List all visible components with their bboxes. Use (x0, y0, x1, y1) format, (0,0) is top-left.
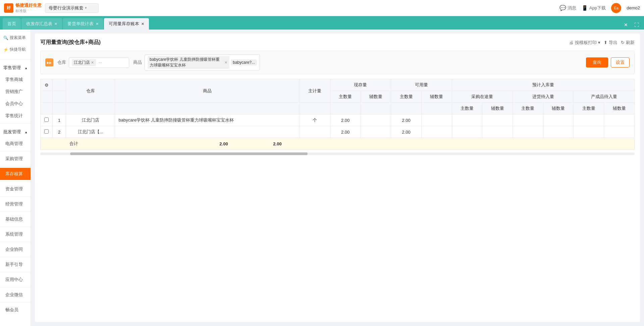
table-row: 2 江北门店【... 2.00 2.00 (41, 126, 635, 138)
top-bar-right: 💬 消息 📱 App下载 Ea demo2 (559, 3, 640, 13)
export-icon: ⬆ (604, 40, 607, 45)
nav-icon: ⚡ (3, 47, 8, 52)
top-bar-left: 好 畅捷通好生意 标准版 母婴行业演示账套 ▾ (4, 2, 99, 13)
sidebar-top: 🔍 搜索菜单 ⚡ 快捷导航 (0, 30, 31, 58)
cell-purchase-aux (482, 126, 513, 138)
sidebar-divider-5 (0, 181, 31, 182)
tab-close-icon[interactable]: ✕ (141, 22, 144, 26)
product-tag-2: babycare?... (231, 59, 257, 65)
app-download-button[interactable]: 📱 App下载 (582, 5, 606, 11)
sidebar-item-retail-stats[interactable]: 零售统计 (0, 110, 31, 122)
sidebar-item-basics[interactable]: 基础信息 (0, 213, 31, 225)
filter-actions: 查询 设置 (586, 57, 630, 67)
cell-index: 1 (53, 114, 66, 126)
refresh-button[interactable]: ↻ 刷新 (621, 40, 635, 46)
sidebar-item-marketing[interactable]: 营销推广 (0, 86, 31, 98)
sidebar-item-member[interactable]: 畅会员 (0, 304, 31, 316)
query-button[interactable]: 查询 (586, 57, 608, 67)
sidebar-item-retail-mall[interactable]: 零售商城 (0, 74, 31, 86)
logo-text: 畅捷通好生意 标准版 (15, 2, 42, 13)
th-empty-3 (66, 103, 115, 114)
product-filter-input[interactable]: babycare学饮杯 儿童防摔防撞吸管杯重力球吸嘴杯宝宝水杯 ✕ babyca… (145, 54, 260, 71)
th-incoming-group: 进货待入量 (513, 91, 574, 103)
th-empty-8 (391, 103, 422, 114)
th-settings[interactable]: ⚙ (41, 79, 53, 91)
tab-receive-summary[interactable]: 收发存汇总表 ✕ (21, 18, 62, 30)
sidebar-item-newbie[interactable]: 新手引导 (0, 259, 31, 271)
print-chevron-icon: ▾ (598, 40, 600, 45)
message-icon: 💬 (559, 5, 566, 11)
tab-home[interactable]: 首页 (3, 18, 21, 30)
cell-checkbox[interactable] (41, 126, 53, 138)
sidebar-item-finance[interactable]: 资金管理 (0, 183, 31, 195)
user-avatar[interactable]: Ea (611, 3, 621, 13)
nav-tabs: 首页 收发存汇总表 ✕ 要货单统计表 ✕ 可用量库存账本 ✕ ✕ ⛶ (0, 16, 644, 30)
th-empty-1 (41, 103, 53, 114)
th-stock-main: 主数量 (330, 91, 361, 103)
setting-button[interactable]: 设置 (611, 57, 630, 67)
warehouse-filter-label: 仓库 (57, 59, 66, 65)
sidebar-item-system[interactable]: 系统管理 (0, 228, 31, 240)
expand-tabs-button[interactable]: ⛶ (632, 20, 641, 30)
logo-icon: 好 (4, 3, 13, 13)
cell-production-main (574, 126, 604, 138)
warehouse-filter-group: 仓库 江北门店 ✕ ··· (57, 57, 129, 68)
th-available-group: 可用量 (391, 79, 452, 91)
cell-available-main: 2.00 (391, 126, 422, 138)
warehouse-filter-input[interactable]: 江北门店 ✕ ··· (69, 57, 129, 68)
sidebar-section-retail-header[interactable]: 零售管理 ▴ (0, 62, 31, 74)
remove-product-tag-1-icon[interactable]: ✕ (224, 60, 227, 65)
th-incoming-main: 主数量 (513, 103, 543, 114)
sidebar-quicknav-button[interactable]: ⚡ 快捷导航 (1, 44, 29, 55)
sidebar-item-inventory[interactable]: 库存核算 (0, 168, 31, 180)
chevron-down-icon: ▾ (85, 6, 87, 10)
top-bar: 好 畅捷通好生意 标准版 母婴行业演示账套 ▾ 💬 消息 📱 App下载 Ea … (0, 0, 644, 16)
filter-expand-button[interactable]: ▸▸ (45, 58, 53, 66)
sidebar-divider-4 (0, 166, 31, 167)
tab-close-icon[interactable]: ✕ (54, 22, 57, 26)
search-icon: 🔍 (3, 36, 8, 40)
page-actions: 🖨 按模板打印 ▾ ⬆ 导出 ↻ 刷新 (569, 40, 635, 46)
th-production-main: 主数量 (574, 103, 604, 114)
tab-order-stats[interactable]: 要货单统计表 ✕ (63, 18, 103, 30)
sidebar-item-purchase[interactable]: 采购管理 (0, 153, 31, 165)
scrollbar-thumb[interactable] (70, 152, 308, 155)
page-card: 可用量查询(按仓库+商品) 🖨 按模板打印 ▾ ⬆ 导出 ↻ 刷新 (35, 34, 640, 322)
org-selector[interactable]: 母婴行业演示账套 ▾ (45, 3, 99, 13)
th-purchase-group: 采购在途量 (452, 91, 513, 103)
th-product: 商品 (115, 79, 300, 103)
sidebar-section-wholesale-header[interactable]: 批发管理 ▴ (0, 126, 31, 138)
sidebar-item-ecommerce[interactable]: 电商管理 (0, 138, 31, 150)
sidebar-item-operations[interactable]: 经营管理 (0, 198, 31, 210)
horizontal-scrollbar[interactable] (40, 152, 635, 155)
sidebar-item-app-center[interactable]: 应用中心 (0, 274, 31, 286)
sidebar-divider-12 (0, 287, 31, 287)
remove-warehouse-tag-icon[interactable]: ✕ (91, 60, 94, 65)
sidebar-item-members[interactable]: 会员中心 (0, 98, 31, 110)
close-all-tabs-button[interactable]: ✕ (621, 20, 631, 30)
sidebar-divider-8 (0, 227, 31, 227)
product-tag-1: babycare学饮杯 儿童防摔防撞吸管杯重力球吸嘴杯宝宝水杯 ✕ (148, 56, 229, 69)
export-button[interactable]: ⬆ 导出 (604, 40, 618, 46)
th-production-aux: 辅数量 (604, 103, 635, 114)
sidebar-divider-13 (0, 302, 31, 302)
cell-production-aux (604, 114, 635, 126)
cell-available-aux (421, 114, 452, 126)
sidebar-search-button[interactable]: 🔍 搜索菜单 (1, 32, 29, 43)
sidebar-divider-9 (0, 242, 31, 242)
main-layout: 🔍 搜索菜单 ⚡ 快捷导航 零售管理 ▴ 零售商城 营销推广 会员中心 零售统计… (0, 30, 644, 326)
print-button[interactable]: 🖨 按模板打印 ▾ (569, 40, 600, 46)
tab-available-stock[interactable]: 可用量库存账本 ✕ (104, 18, 149, 30)
th-purchase-aux: 辅数量 (482, 103, 513, 114)
filter-more-icon[interactable]: ··· (99, 60, 102, 65)
cell-checkbox[interactable] (41, 114, 53, 126)
sidebar-item-enterprise-collab[interactable]: 企业协同 (0, 243, 31, 255)
tab-close-icon[interactable]: ✕ (96, 22, 99, 26)
page-header: 可用量查询(按仓库+商品) 🖨 按模板打印 ▾ ⬆ 导出 ↻ 刷新 (40, 39, 635, 46)
content-area: 可用量查询(按仓库+商品) 🖨 按模板打印 ▾ ⬆ 导出 ↻ 刷新 (31, 30, 644, 326)
sidebar-item-enterprise-wechat[interactable]: 企业微信 (0, 289, 31, 301)
th-available-main: 主数量 (391, 91, 422, 103)
th-production-group: 产成品待入量 (574, 91, 635, 103)
message-button[interactable]: 💬 消息 (559, 5, 576, 11)
footer-stock-main: 2.00 (210, 141, 237, 146)
